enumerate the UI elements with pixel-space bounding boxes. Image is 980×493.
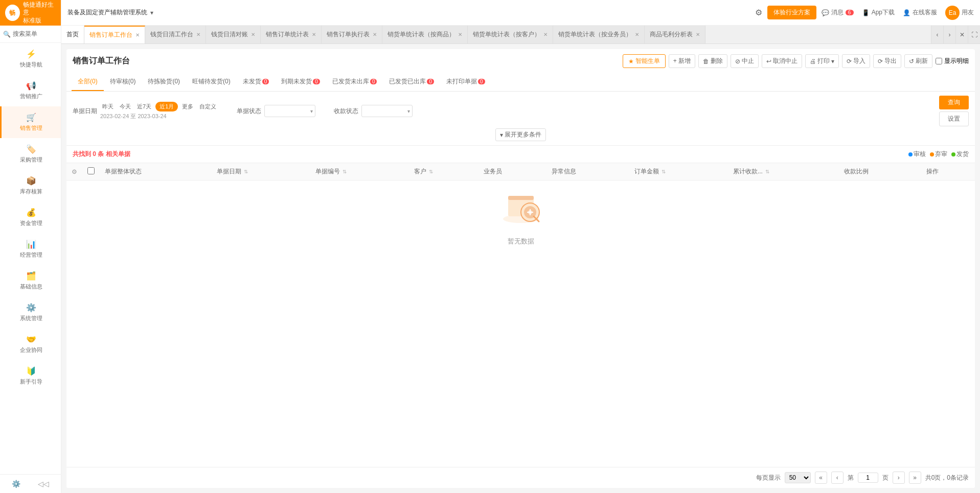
customer-sort-icon[interactable]: ⇅	[429, 169, 433, 174]
cancel-audit-btn[interactable]: 弃审	[930, 150, 947, 159]
date-option-7days[interactable]: 近7天	[135, 102, 153, 111]
tab-close-sales-stat4[interactable]: ✕	[543, 32, 548, 37]
refresh-btn[interactable]: ↺ 刷新	[904, 54, 932, 68]
system-dropdown-icon[interactable]: ▾	[150, 9, 153, 16]
app-download-btn[interactable]: 📱 App下载	[862, 8, 895, 17]
sub-tab-not-shipped[interactable]: 未发货0	[237, 73, 276, 91]
print-dropdown-icon[interactable]: ▾	[831, 58, 834, 65]
amount-sort-icon[interactable]: ⇅	[662, 169, 666, 174]
date-option-today[interactable]: 今天	[118, 102, 133, 111]
tab-cash-daily[interactable]: 钱货日清工作台 ✕	[145, 26, 206, 44]
sidebar-item-sales[interactable]: 🛒 销售管理	[0, 106, 61, 138]
sidebar-item-marketing[interactable]: 📢 营销推广	[0, 75, 61, 106]
tab-sales-stat5[interactable]: 销货单统计表（按业务员） ✕	[553, 26, 645, 44]
tab-fullscreen[interactable]: ⛶	[968, 26, 980, 44]
page-input[interactable]	[858, 473, 878, 483]
date-option-custom[interactable]: 自定义	[197, 102, 218, 111]
message-btn[interactable]: 💬 消息 6	[822, 8, 854, 17]
date-option-more[interactable]: 更多	[180, 102, 195, 111]
settings-bottom-icon[interactable]: ⚙️	[12, 480, 20, 488]
next-page-btn[interactable]: ›	[893, 472, 905, 484]
tab-close-sales-stat5[interactable]: ✕	[635, 32, 639, 37]
sidebar-item-quicknav[interactable]: ⚡ 快捷导航	[0, 43, 61, 75]
sub-tab-wangpu-pending[interactable]: 旺铺待发货(0)	[186, 73, 237, 91]
tab-close-sales-stat3[interactable]: ✕	[458, 32, 462, 37]
audit-btn[interactable]: 审核	[908, 150, 926, 159]
import-btn[interactable]: ⟳ 导入	[842, 54, 870, 68]
tab-goods-margin[interactable]: 商品毛利分析表 ✕	[645, 26, 705, 44]
print-btn[interactable]: 🖨 打印 ▾	[805, 54, 839, 68]
online-service-btn[interactable]: 👤 在线客服	[903, 8, 937, 17]
prev-page-btn[interactable]: ‹	[831, 472, 844, 484]
sidebar-item-inventory[interactable]: 📦 库存核算	[0, 170, 61, 201]
tab-cash-reconcile[interactable]: 钱货日清对账 ✕	[206, 26, 261, 44]
tab-scroll-right[interactable]: ›	[943, 26, 955, 44]
first-page-btn[interactable]: «	[815, 472, 827, 484]
number-sort-icon[interactable]: ⇅	[343, 169, 347, 174]
col-checkbox[interactable]	[82, 163, 100, 181]
sub-tab-pending-check[interactable]: 待拣验货(0)	[142, 73, 186, 91]
tab-sales-order[interactable]: 销售订单工作台 ✕	[84, 26, 145, 44]
date-option-yesterday[interactable]: 昨天	[100, 102, 116, 111]
tab-sales-stat3[interactable]: 销货单统计表（按商品） ✕	[382, 26, 468, 44]
tab-sales-stat1[interactable]: 销售订单统计表 ✕	[261, 26, 322, 44]
tab-close-cash-reconcile[interactable]: ✕	[251, 32, 255, 37]
sidebar-search[interactable]: 🔍 搜索菜单	[0, 26, 61, 43]
cancel-stop-btn[interactable]: ↩ 取消中止	[762, 54, 802, 68]
tab-close-goods-margin[interactable]: ✕	[696, 32, 700, 37]
tab-scroll-left[interactable]: ‹	[931, 26, 943, 44]
sub-tab-shipped-not-out[interactable]: 已发货未出库0	[326, 73, 383, 91]
sub-tab-not-printed[interactable]: 未打印单据0	[440, 73, 491, 91]
sidebar-item-purchase[interactable]: 🏷️ 采购管理	[0, 138, 61, 170]
ship-btn[interactable]: 发货	[951, 150, 969, 159]
col-salesman[interactable]: 业务员	[478, 163, 546, 181]
tab-close-sales-stat2[interactable]: ✕	[373, 32, 377, 37]
tab-home[interactable]: 首页	[61, 26, 84, 44]
date-sort-icon[interactable]: ⇅	[244, 169, 248, 174]
tab-close-sales-stat1[interactable]: ✕	[312, 32, 316, 37]
tab-sales-stat2[interactable]: 销售订单执行表 ✕	[322, 26, 382, 44]
sidebar-item-operations[interactable]: 📊 经营管理	[0, 233, 61, 265]
industry-btn[interactable]: 体验行业方案	[767, 6, 816, 19]
show-detail-checkbox[interactable]	[936, 58, 942, 64]
table-scroll-container[interactable]: ⚙ 单据整体状态 单据日期 ⇅	[66, 163, 975, 467]
filter-settings-btn[interactable]: 设置	[939, 111, 969, 126]
tab-close-sales-order[interactable]: ✕	[135, 32, 140, 38]
sidebar-item-guide[interactable]: 🔰 新手引导	[0, 360, 61, 392]
stop-btn[interactable]: ⊘ 中止	[731, 54, 759, 68]
sidebar-item-finance[interactable]: 💰 资金管理	[0, 201, 61, 233]
sub-tab-pending-review[interactable]: 待审核(0)	[104, 73, 142, 91]
tab-close-all[interactable]: ✕	[955, 26, 968, 44]
new-btn[interactable]: + 新增	[669, 54, 695, 68]
status-select[interactable]	[264, 105, 315, 117]
sidebar-item-basic[interactable]: 🗂️ 基础信息	[0, 265, 61, 297]
export-btn[interactable]: ⟳ 导出	[873, 54, 901, 68]
delete-btn[interactable]: 🗑 删除	[698, 54, 727, 68]
sidebar-item-enterprise[interactable]: 🤝 企业协同	[0, 328, 61, 360]
accumulated-sort-icon[interactable]: ⇅	[765, 169, 769, 174]
sub-tab-expired[interactable]: 到期未发货0	[275, 73, 326, 91]
tab-close-cash-daily[interactable]: ✕	[196, 32, 200, 37]
user-menu[interactable]: Ea 用友	[945, 6, 974, 20]
topbar-settings-icon[interactable]: ⚙	[755, 8, 762, 17]
col-date[interactable]: 单据日期 ⇅	[212, 163, 310, 181]
payment-select[interactable]	[361, 105, 413, 117]
col-number[interactable]: 单据编号 ⇅	[310, 163, 409, 181]
sub-tab-all[interactable]: 全部(0)	[72, 73, 104, 91]
sub-tab-shipped-out[interactable]: 已发货已出库0	[383, 73, 440, 91]
per-page-select[interactable]: 10 20 50 100	[785, 472, 811, 483]
date-option-1month[interactable]: 近1月	[155, 102, 178, 111]
tab-sales-stat4[interactable]: 销货单统计表（按客户） ✕	[468, 26, 553, 44]
sidebar-item-system[interactable]: ⚙️ 系统管理	[0, 297, 61, 328]
smart-create-btn[interactable]: ★ 智能生单	[623, 54, 666, 68]
last-page-btn[interactable]: »	[909, 472, 921, 484]
col-accumulated[interactable]: 累计收款... ⇅	[728, 163, 839, 181]
query-btn[interactable]: 查询	[939, 96, 969, 109]
show-detail-label[interactable]: 显示明细	[936, 57, 969, 65]
select-all-checkbox[interactable]	[87, 167, 95, 174]
col-settings[interactable]: ⚙	[66, 163, 82, 181]
col-amount[interactable]: 订单金额 ⇅	[629, 163, 728, 181]
collapse-icon[interactable]: ◁◁	[38, 480, 49, 488]
col-customer[interactable]: 客户 ⇅	[409, 163, 478, 181]
expand-btn[interactable]: ▾ 展开更多条件	[495, 128, 546, 141]
